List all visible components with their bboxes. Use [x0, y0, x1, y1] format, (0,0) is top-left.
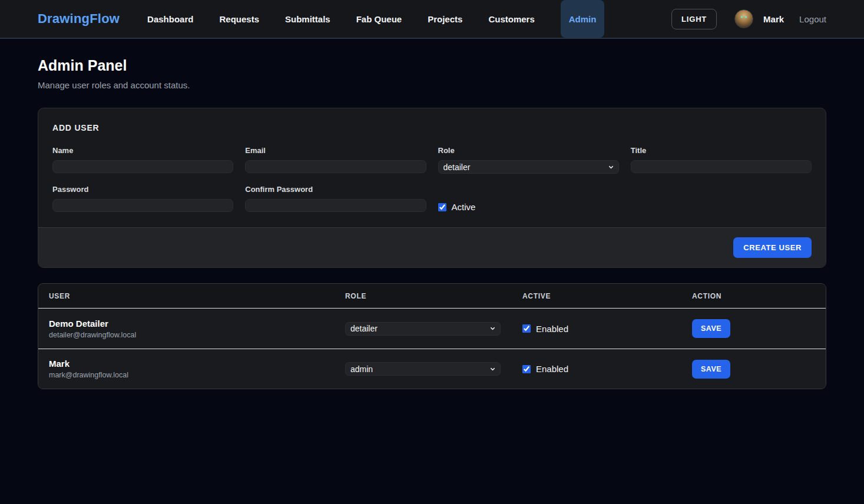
enabled-checkbox[interactable] — [522, 365, 531, 373]
nav-item-fab-queue[interactable]: Fab Queue — [356, 0, 402, 38]
password-input[interactable] — [52, 199, 233, 212]
nav-item-dashboard[interactable]: Dashboard — [147, 0, 193, 38]
user-name: Mark — [763, 14, 784, 24]
user-cell: Demo Detailer detailer@drawingflow.local — [49, 319, 345, 339]
user-display-name: Demo Detailer — [49, 319, 345, 329]
page-title: Admin Panel — [38, 57, 826, 74]
row-role-select[interactable]: admin — [345, 362, 501, 376]
theme-toggle-button[interactable]: LIGHT — [671, 9, 717, 29]
password-field-group: Password — [52, 185, 233, 212]
user-email: mark@drawingflow.local — [49, 371, 345, 379]
column-header-action: ACTION — [692, 292, 815, 300]
role-field-group: Role detailer — [438, 146, 619, 174]
users-table-header: USER ROLE ACTIVE ACTION — [38, 284, 826, 309]
main-nav: Dashboard Requests Submittals Fab Queue … — [147, 0, 604, 38]
title-field-group: Title — [631, 146, 812, 174]
nav-item-submittals[interactable]: Submittals — [285, 0, 330, 38]
active-checkbox-group: Active — [438, 185, 619, 212]
nav-item-admin[interactable]: Admin — [561, 0, 605, 38]
enabled-label: Enabled — [536, 324, 568, 334]
table-row: Mark mark@drawingflow.local admin Enable… — [38, 349, 826, 389]
brand-logo[interactable]: DrawingFlow — [38, 11, 120, 26]
enabled-label: Enabled — [536, 364, 568, 374]
role-label: Role — [438, 146, 619, 155]
add-user-form-grid: Name Email Role detailer — [52, 146, 812, 212]
name-label: Name — [52, 146, 233, 155]
confirm-password-field-group: Confirm Password — [245, 185, 426, 212]
users-table: USER ROLE ACTIVE ACTION Demo Detailer de… — [38, 283, 826, 389]
role-cell: detailer — [345, 322, 522, 336]
column-header-role: ROLE — [345, 292, 522, 300]
create-user-button[interactable]: CREATE USER — [733, 237, 812, 258]
title-label: Title — [631, 146, 812, 155]
name-input[interactable] — [52, 160, 233, 173]
role-cell: admin — [345, 362, 522, 376]
row-role-select[interactable]: detailer — [345, 322, 501, 336]
add-user-heading: ADD USER — [52, 123, 812, 132]
nav-item-customers[interactable]: Customers — [488, 0, 534, 38]
nav-item-requests[interactable]: Requests — [219, 0, 259, 38]
navbar-right: LIGHT Mark Logout — [671, 9, 826, 29]
main-content: Admin Panel Manage user roles and accoun… — [0, 57, 864, 389]
column-header-active: ACTIVE — [522, 292, 692, 300]
email-input[interactable] — [245, 160, 426, 173]
save-button[interactable]: SAVE — [692, 319, 730, 338]
page-subtitle: Manage user roles and account status. — [38, 80, 826, 90]
name-field-group: Name — [52, 146, 233, 174]
active-cell: Enabled — [522, 364, 692, 374]
table-row: Demo Detailer detailer@drawingflow.local… — [38, 309, 826, 349]
nav-item-projects[interactable]: Projects — [428, 0, 462, 38]
enabled-checkbox[interactable] — [522, 324, 531, 333]
active-checkbox[interactable] — [438, 203, 446, 211]
email-field-group: Email — [245, 146, 426, 174]
user-cell: Mark mark@drawingflow.local — [49, 359, 345, 379]
add-user-card-footer: CREATE USER — [38, 227, 826, 267]
action-cell: SAVE — [692, 360, 815, 379]
save-button[interactable]: SAVE — [692, 360, 730, 379]
user-email: detailer@drawingflow.local — [49, 331, 345, 339]
user-avatar — [734, 9, 753, 28]
add-user-form: ADD USER Name Email Role detailer — [38, 108, 826, 227]
active-checkbox-label: Active — [452, 202, 476, 212]
email-label: Email — [245, 146, 426, 155]
top-navbar: DrawingFlow Dashboard Requests Submittal… — [0, 0, 864, 39]
password-label: Password — [52, 185, 233, 194]
confirm-password-input[interactable] — [245, 199, 426, 212]
form-grid-spacer — [631, 185, 812, 212]
action-cell: SAVE — [692, 319, 815, 338]
confirm-password-label: Confirm Password — [245, 185, 426, 194]
active-cell: Enabled — [522, 324, 692, 334]
role-select[interactable]: detailer — [438, 160, 619, 174]
user-display-name: Mark — [49, 359, 345, 369]
column-header-user: USER — [49, 292, 345, 300]
logout-link[interactable]: Logout — [799, 14, 826, 24]
title-input[interactable] — [631, 160, 812, 173]
add-user-card: ADD USER Name Email Role detailer — [38, 108, 826, 268]
